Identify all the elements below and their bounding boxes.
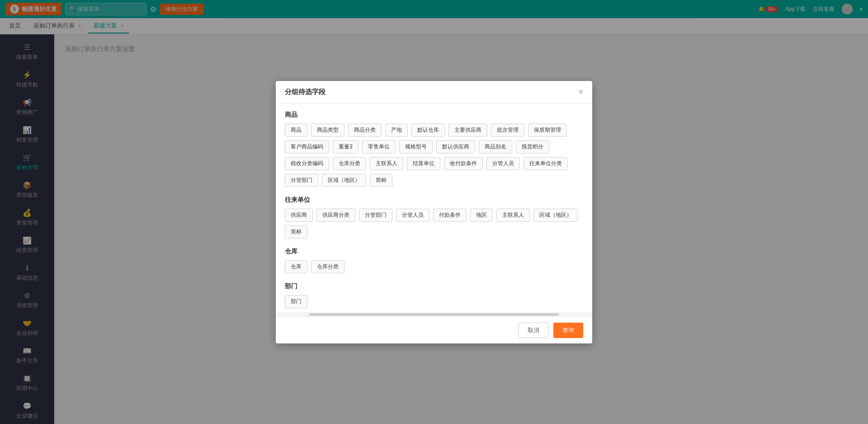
- modal-hscrollbar[interactable]: [276, 312, 592, 317]
- field-tag-warehouse-category[interactable]: 仓库分类: [333, 157, 366, 170]
- field-tag-tax-code[interactable]: 税收分类编码: [285, 157, 329, 170]
- section-partner-title: 往来单位: [285, 196, 583, 204]
- field-tag-main-contact[interactable]: 主联系人: [370, 157, 403, 170]
- field-tag-payment-condition[interactable]: 付款条件: [433, 209, 467, 222]
- field-tag-area[interactable]: 地区: [470, 209, 493, 222]
- field-tag-batch[interactable]: 批次管理: [491, 124, 524, 137]
- section-product-title: 商品: [285, 111, 583, 119]
- field-tag-origin[interactable]: 产地: [385, 124, 408, 137]
- field-tag-customer-code[interactable]: 客户商品编码: [285, 140, 329, 153]
- field-tag-weight[interactable]: 重量3: [333, 140, 359, 153]
- modal-confirm-btn[interactable]: 查询: [553, 323, 583, 338]
- section-department: 部门 部门: [285, 282, 583, 308]
- field-tag-partner-region[interactable]: 区域（地区）: [533, 209, 578, 222]
- field-tag-partner-contact[interactable]: 主联系人: [496, 209, 530, 222]
- field-tag-default-warehouse[interactable]: 默认仓库: [411, 124, 445, 137]
- section-partner: 往来单位 供应商 供应商分类 分管部门 分管人员 付款条件 地区 主联系人 区域…: [285, 196, 583, 238]
- field-tag-product[interactable]: 商品: [285, 124, 307, 137]
- section-product: 商品 商品 商品类型 商品分类 产地 默认仓库 主要供应商 批次管理 保质期管理…: [285, 111, 583, 187]
- modal-body[interactable]: 商品 商品 商品类型 商品分类 产地 默认仓库 主要供应商 批次管理 保质期管理…: [276, 104, 592, 312]
- modal-title: 分组待选字段: [285, 88, 326, 96]
- modal-hscrollbar-thumb: [309, 313, 559, 316]
- field-tag-payment-terms[interactable]: 收付款条件: [444, 157, 483, 170]
- field-tag-partner-abbr[interactable]: 简称: [285, 225, 307, 238]
- field-tag-product-type[interactable]: 商品类型: [311, 124, 344, 137]
- field-tag-warehouse-cat[interactable]: 仓库分类: [311, 260, 344, 273]
- field-tag-product-category[interactable]: 商品分类: [348, 124, 382, 137]
- field-tag-shelf-life[interactable]: 保质期管理: [528, 124, 567, 137]
- field-tag-alias[interactable]: 商品别名: [479, 140, 512, 153]
- section-department-title: 部门: [285, 282, 583, 291]
- field-tag-main-supplier[interactable]: 主要供应商: [448, 124, 487, 137]
- field-tag-dept[interactable]: 分管部门: [285, 174, 318, 187]
- section-warehouse-tags: 仓库 仓库分类: [285, 260, 583, 273]
- field-tag-partner-dept[interactable]: 分管部门: [359, 209, 392, 222]
- field-tag-unit-category[interactable]: 往来单位分类: [524, 157, 568, 170]
- field-tag-partner-supervisor[interactable]: 分管人员: [396, 209, 429, 222]
- field-tag-department[interactable]: 部门: [285, 295, 307, 308]
- section-warehouse: 仓库 仓库 仓库分类: [285, 248, 583, 273]
- modal-cancel-btn[interactable]: 取消: [518, 323, 549, 338]
- section-product-tags: 商品 商品类型 商品分类 产地 默认仓库 主要供应商 批次管理 保质期管理 客户…: [285, 124, 583, 187]
- modal-overlay: 分组待选字段 × 商品 商品 商品类型 商品分类 产地 默认仓库 主要供应商 批…: [0, 0, 868, 424]
- section-department-tags: 部门: [285, 295, 583, 308]
- modal-close-btn[interactable]: ×: [578, 87, 583, 97]
- field-tag-supplier-category[interactable]: 供应商分类: [316, 209, 355, 222]
- section-warehouse-title: 仓库: [285, 248, 583, 256]
- field-tag-pick-points[interactable]: 拣货积分: [516, 140, 549, 153]
- field-tag-abbr[interactable]: 简称: [370, 174, 392, 187]
- field-tag-retail-unit[interactable]: 零售单位: [362, 140, 396, 153]
- field-tag-supplier[interactable]: 供应商: [285, 209, 313, 222]
- field-tag-region[interactable]: 区域（地区）: [322, 174, 366, 187]
- field-tag-settlement-unit[interactable]: 结算单位: [407, 157, 440, 170]
- field-tag-spec[interactable]: 规格型号: [399, 140, 433, 153]
- field-tag-supervisor[interactable]: 分管人员: [486, 157, 520, 170]
- modal-dialog: 分组待选字段 × 商品 商品 商品类型 商品分类 产地 默认仓库 主要供应商 批…: [276, 81, 592, 343]
- section-partner-tags: 供应商 供应商分类 分管部门 分管人员 付款条件 地区 主联系人 区域（地区） …: [285, 209, 583, 238]
- modal-footer: 取消 查询: [276, 317, 592, 343]
- field-tag-default-supplier[interactable]: 默认供应商: [436, 140, 475, 153]
- modal-header: 分组待选字段 ×: [276, 81, 592, 104]
- field-tag-warehouse[interactable]: 仓库: [285, 260, 307, 273]
